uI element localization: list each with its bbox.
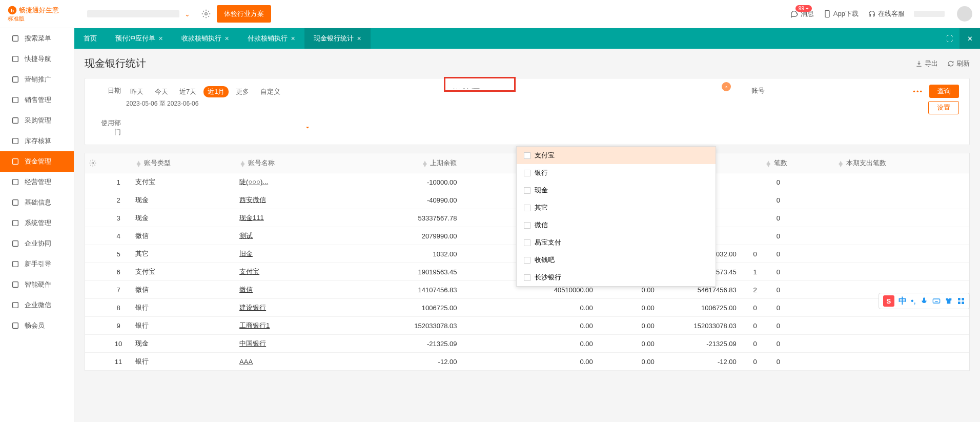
account-link[interactable]: 微信: [239, 286, 253, 293]
svg-rect-24: [962, 302, 964, 304]
col-name[interactable]: ▲▼账号名称: [235, 153, 339, 173]
ime-toolbox-icon[interactable]: [957, 297, 965, 305]
tab-收款核销执行[interactable]: 收款核销执行✕: [172, 28, 238, 49]
svg-rect-18: [13, 323, 18, 329]
export-button[interactable]: 导出: [915, 59, 938, 68]
date-chip-昨天[interactable]: 昨天: [126, 86, 148, 97]
gift-icon: [11, 75, 19, 84]
checkbox[interactable]: [524, 152, 530, 159]
ime-skin-icon[interactable]: [945, 297, 953, 305]
table-row: 10 现金 中国银行 -21325.09 0.00 0.00 -21325.09…: [85, 335, 969, 353]
checkbox[interactable]: [524, 170, 530, 176]
date-chips: 昨天今天近7天近1月更多自定义: [126, 86, 284, 97]
ime-keyboard-icon[interactable]: [932, 297, 941, 305]
sidebar-item-企业微信[interactable]: 企业微信: [0, 295, 74, 315]
type-option-其它[interactable]: 其它: [517, 199, 716, 216]
account-link[interactable]: 陡(○○○)...: [239, 178, 268, 186]
close-icon[interactable]: ✕: [357, 35, 361, 42]
close-icon[interactable]: ✕: [291, 35, 295, 42]
collapse-toggle[interactable]: [722, 82, 731, 91]
tab-现金银行统计[interactable]: 现金银行统计✕: [304, 28, 371, 49]
account-link[interactable]: 工商银行1: [239, 321, 270, 329]
dept-label: 使用部门: [95, 118, 126, 137]
account-link[interactable]: 中国银行: [239, 339, 266, 347]
sidebar-item-智能硬件[interactable]: 智能硬件: [0, 274, 74, 295]
messages-link[interactable]: 消息 99 +: [790, 9, 814, 18]
column-settings[interactable]: [85, 153, 106, 173]
topbar: b 畅捷通好生意 标准版 ⌄ 体验行业方案 消息 99 + App下载 在线客服: [0, 0, 980, 28]
checkbox[interactable]: [524, 222, 530, 229]
sidebar-item-库存核算[interactable]: 库存核算: [0, 131, 74, 151]
type-option-易宝支付[interactable]: 易宝支付: [517, 234, 716, 251]
col-cnt3[interactable]: ▲▼本期支出笔数: [833, 153, 969, 173]
ime-mic-icon[interactable]: [920, 297, 928, 305]
svg-point-19: [92, 162, 94, 164]
checkbox[interactable]: [524, 257, 530, 264]
account-link[interactable]: 建设银行: [239, 304, 266, 311]
checkbox[interactable]: [524, 274, 530, 281]
sidebar-item-销售管理[interactable]: 销售管理: [0, 90, 74, 110]
tab-预付冲应付单[interactable]: 预付冲应付单✕: [106, 28, 172, 49]
sidebar-item-企业协同[interactable]: 企业协同: [0, 233, 74, 254]
account-link[interactable]: 测试: [239, 232, 253, 239]
app-download-link[interactable]: App下载: [823, 9, 859, 18]
type-option-长沙银行[interactable]: 长沙银行: [517, 269, 716, 286]
sidebar-item-资金管理[interactable]: 资金管理: [0, 151, 74, 172]
sidebar-item-搜索菜单[interactable]: 搜索菜单: [0, 28, 74, 49]
account-link[interactable]: 现金111: [239, 214, 264, 222]
sidebar-item-畅会员[interactable]: 畅会员: [0, 315, 74, 336]
account-link[interactable]: AAA: [239, 358, 253, 366]
settings-button[interactable]: 设置: [928, 101, 959, 114]
settings-icon[interactable]: [201, 9, 211, 18]
more-filters[interactable]: •••: [913, 88, 923, 95]
tab-close-all[interactable]: ✕: [959, 28, 980, 49]
svg-rect-12: [13, 200, 18, 206]
account-link[interactable]: 旧金: [239, 250, 253, 257]
refresh-button[interactable]: 刷新: [947, 59, 970, 68]
account-type-dropdown[interactable]: 支付宝银行现金其它微信易宝支付收钱吧长沙银行: [516, 146, 716, 287]
ime-lang[interactable]: 中: [899, 296, 907, 307]
account-link[interactable]: 支付宝: [239, 268, 259, 275]
headset-icon: [868, 10, 876, 18]
col-prev[interactable]: ▲▼上期余额: [339, 153, 461, 173]
col-type[interactable]: ▲▼账号类型: [131, 153, 235, 173]
close-icon[interactable]: ✕: [158, 35, 163, 42]
sidebar-item-营销推广[interactable]: 营销推广: [0, 69, 74, 90]
checkbox[interactable]: [524, 239, 530, 246]
date-chip-近1月[interactable]: 近1月: [203, 86, 229, 97]
account-link[interactable]: 西安微信: [239, 196, 266, 204]
sidebar-item-快捷导航[interactable]: 快捷导航: [0, 49, 74, 69]
sidebar-item-新手引导[interactable]: 新手引导: [0, 254, 74, 274]
sidebar-item-采购管理[interactable]: 采购管理: [0, 110, 74, 131]
ime-punct-icon[interactable]: •,: [911, 296, 916, 306]
checkbox[interactable]: [524, 205, 530, 211]
type-option-微信[interactable]: 微信: [517, 216, 716, 234]
type-option-银行[interactable]: 银行: [517, 164, 716, 182]
sidebar-item-基础信息[interactable]: 基础信息: [0, 192, 74, 213]
tab-首页[interactable]: 首页: [74, 28, 106, 49]
trial-button[interactable]: 体验行业方案: [217, 5, 271, 23]
money-icon: [11, 157, 19, 166]
search-button[interactable]: 查询: [929, 85, 959, 98]
tab-付款核销执行[interactable]: 付款核销执行✕: [238, 28, 304, 49]
tab-expand-icon[interactable]: ⛶: [939, 28, 959, 49]
date-chip-今天[interactable]: 今天: [151, 86, 172, 97]
checkbox[interactable]: [524, 187, 530, 194]
sidebar-item-系统管理[interactable]: 系统管理: [0, 213, 74, 233]
date-chip-自定义[interactable]: 自定义: [256, 86, 284, 97]
type-option-现金[interactable]: 现金: [517, 182, 716, 199]
date-chip-近7天[interactable]: 近7天: [175, 86, 200, 97]
svg-rect-11: [13, 179, 18, 185]
col-cnt2[interactable]: ▲▼笔数: [761, 153, 833, 173]
date-chip-更多[interactable]: 更多: [232, 86, 253, 97]
avatar[interactable]: [957, 6, 972, 22]
svg-rect-7: [13, 97, 18, 103]
dept-select[interactable]: [126, 120, 311, 135]
sidebar-item-经营管理[interactable]: 经营管理: [0, 172, 74, 192]
account-type-input[interactable]: [448, 81, 511, 88]
support-link[interactable]: 在线客服: [868, 9, 905, 18]
company-selector[interactable]: ⌄: [82, 10, 195, 18]
close-icon[interactable]: ✕: [224, 35, 229, 42]
type-option-收钱吧[interactable]: 收钱吧: [517, 251, 716, 269]
type-option-支付宝[interactable]: 支付宝: [517, 147, 716, 164]
